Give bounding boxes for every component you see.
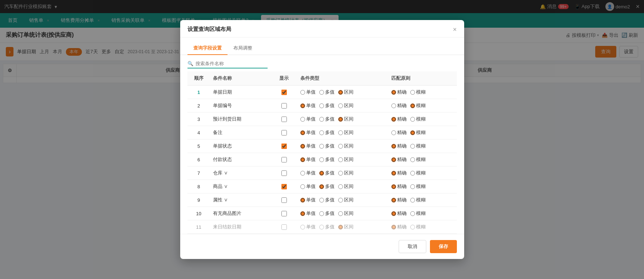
search-input[interactable] xyxy=(195,61,261,66)
type-radio-单值[interactable]: 单值 xyxy=(300,210,316,217)
match-radio-精确[interactable]: 精确 xyxy=(391,116,407,122)
type-radio-input[interactable] xyxy=(300,157,305,162)
type-radio-区间[interactable]: 区间 xyxy=(338,197,353,203)
save-button[interactable]: 保存 xyxy=(430,240,457,253)
match-radio-input[interactable] xyxy=(410,225,415,229)
match-radio-input[interactable] xyxy=(410,90,415,95)
type-radio-input[interactable] xyxy=(319,103,324,108)
row-display-checkbox[interactable] xyxy=(281,90,287,95)
type-radio-input[interactable] xyxy=(338,198,343,203)
type-radio-input[interactable] xyxy=(338,171,343,176)
match-radio-精确[interactable]: 精确 xyxy=(391,224,407,230)
type-radio-单值[interactable]: 单值 xyxy=(300,224,316,230)
type-radio-区间[interactable]: 区间 xyxy=(338,143,353,149)
row-display-checkbox[interactable] xyxy=(281,170,287,176)
type-radio-input[interactable] xyxy=(319,171,324,176)
type-radio-input[interactable] xyxy=(319,117,324,122)
type-radio-input[interactable] xyxy=(338,184,343,189)
match-radio-input[interactable] xyxy=(391,130,396,135)
type-radio-input[interactable] xyxy=(319,90,324,95)
match-radio-模糊[interactable]: 模糊 xyxy=(410,156,426,163)
match-radio-精确[interactable]: 精确 xyxy=(391,210,407,217)
row-display-checkbox[interactable] xyxy=(281,211,287,216)
type-radio-input[interactable] xyxy=(300,184,305,189)
type-radio-多值[interactable]: 多值 xyxy=(319,183,335,190)
type-radio-多值[interactable]: 多值 xyxy=(319,156,335,163)
match-radio-input[interactable] xyxy=(391,225,396,229)
row-display-checkbox[interactable] xyxy=(281,184,287,189)
type-radio-input[interactable] xyxy=(300,171,305,176)
row-display-checkbox[interactable] xyxy=(281,130,287,135)
row-display-checkbox[interactable] xyxy=(281,197,287,203)
modal-close-button[interactable]: × xyxy=(453,26,457,33)
type-radio-区间[interactable]: 区间 xyxy=(338,102,353,109)
match-radio-精确[interactable]: 精确 xyxy=(391,170,407,176)
match-radio-精确[interactable]: 精确 xyxy=(391,89,407,95)
type-radio-input[interactable] xyxy=(338,117,343,122)
type-radio-单值[interactable]: 单值 xyxy=(300,197,316,203)
type-radio-区间[interactable]: 区间 xyxy=(338,170,353,176)
row-display-checkbox[interactable] xyxy=(281,144,287,149)
match-radio-模糊[interactable]: 模糊 xyxy=(410,224,426,230)
match-radio-input[interactable] xyxy=(391,144,396,149)
type-radio-input[interactable] xyxy=(300,211,305,216)
match-radio-模糊[interactable]: 模糊 xyxy=(410,116,426,122)
match-radio-模糊[interactable]: 模糊 xyxy=(410,210,426,217)
match-radio-input[interactable] xyxy=(391,184,396,189)
type-radio-input[interactable] xyxy=(300,225,305,229)
match-radio-精确[interactable]: 精确 xyxy=(391,129,407,136)
type-radio-input[interactable] xyxy=(300,90,305,95)
type-radio-input[interactable] xyxy=(300,144,305,149)
match-radio-input[interactable] xyxy=(410,211,415,216)
type-radio-input[interactable] xyxy=(338,130,343,135)
match-radio-input[interactable] xyxy=(391,211,396,216)
row-display-checkbox[interactable] xyxy=(281,103,287,109)
match-radio-input[interactable] xyxy=(410,171,415,176)
type-radio-区间[interactable]: 区间 xyxy=(338,116,353,122)
match-radio-input[interactable] xyxy=(391,171,396,176)
match-radio-input[interactable] xyxy=(391,117,396,122)
type-radio-input[interactable] xyxy=(338,157,343,162)
type-radio-单值[interactable]: 单值 xyxy=(300,183,316,190)
type-radio-input[interactable] xyxy=(338,225,343,229)
match-radio-input[interactable] xyxy=(391,103,396,108)
type-radio-input[interactable] xyxy=(319,184,324,189)
match-radio-精确[interactable]: 精确 xyxy=(391,197,407,203)
match-radio-input[interactable] xyxy=(391,157,396,162)
type-radio-多值[interactable]: 多值 xyxy=(319,170,335,176)
type-radio-input[interactable] xyxy=(319,225,324,229)
match-radio-模糊[interactable]: 模糊 xyxy=(410,183,426,190)
type-radio-input[interactable] xyxy=(338,103,343,108)
type-radio-多值[interactable]: 多值 xyxy=(319,89,335,95)
type-radio-区间[interactable]: 区间 xyxy=(338,183,353,190)
type-radio-单值[interactable]: 单值 xyxy=(300,129,316,136)
type-radio-input[interactable] xyxy=(338,144,343,149)
type-radio-多值[interactable]: 多值 xyxy=(319,143,335,149)
match-radio-input[interactable] xyxy=(410,144,415,149)
cancel-button[interactable]: 取消 xyxy=(399,240,426,253)
type-radio-input[interactable] xyxy=(300,198,305,203)
type-radio-单值[interactable]: 单值 xyxy=(300,143,316,149)
tab-layout-adjust[interactable]: 布局调整 xyxy=(228,42,258,55)
type-radio-input[interactable] xyxy=(319,130,324,135)
type-radio-单值[interactable]: 单值 xyxy=(300,89,316,95)
match-radio-模糊[interactable]: 模糊 xyxy=(410,102,426,109)
type-radio-input[interactable] xyxy=(319,198,324,203)
match-radio-input[interactable] xyxy=(410,157,415,162)
type-radio-input[interactable] xyxy=(338,211,343,216)
type-radio-多值[interactable]: 多值 xyxy=(319,210,335,217)
type-radio-多值[interactable]: 多值 xyxy=(319,129,335,136)
match-radio-精确[interactable]: 精确 xyxy=(391,102,407,109)
type-radio-input[interactable] xyxy=(300,103,305,108)
match-radio-模糊[interactable]: 模糊 xyxy=(410,89,426,95)
type-radio-多值[interactable]: 多值 xyxy=(319,224,335,230)
match-radio-input[interactable] xyxy=(410,103,415,108)
match-radio-模糊[interactable]: 模糊 xyxy=(410,197,426,203)
type-radio-单值[interactable]: 单值 xyxy=(300,102,316,109)
type-radio-input[interactable] xyxy=(300,130,305,135)
type-radio-区间[interactable]: 区间 xyxy=(338,129,353,136)
type-radio-单值[interactable]: 单值 xyxy=(300,170,316,176)
tab-query-fields[interactable]: 查询字段设置 xyxy=(187,42,228,55)
match-radio-input[interactable] xyxy=(391,90,396,95)
match-radio-精确[interactable]: 精确 xyxy=(391,143,407,149)
